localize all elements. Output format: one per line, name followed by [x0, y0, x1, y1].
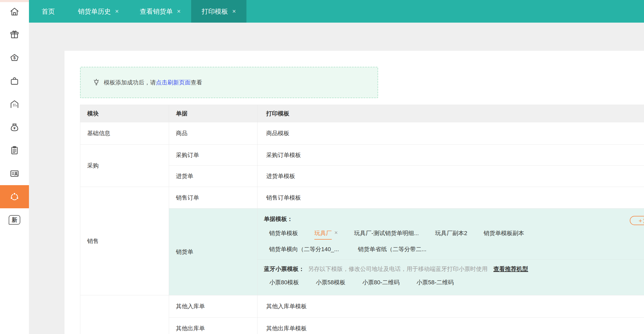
document-templates-label: 单据模板：	[264, 215, 644, 223]
template-link-selected[interactable]: 玩具厂 ×	[314, 229, 338, 240]
tab-label: 首页	[42, 7, 55, 16]
notice-banner: 模板添加成功后，请点击刷新页面查看	[80, 67, 378, 98]
notice-text-after: 查看	[191, 79, 202, 87]
document-cell: 销售订单	[169, 187, 257, 209]
print-template-table: 模块 单据 打印模板 基础信息 商品 商品模板 采购 采购订单 采购订单模板 进…	[80, 105, 644, 334]
bluetooth-ticket-section: 蓝牙小票模板： 另存以下模版，修改公司地址及电话，用于移动端蓝牙打印小票时使用 …	[257, 260, 644, 286]
module-cell: 销售	[80, 187, 169, 295]
template-link[interactable]: 小票80模板	[269, 279, 299, 286]
module-cell: 基础信息	[80, 122, 169, 145]
add-template-button[interactable]: ＋添加	[630, 216, 644, 225]
module-cell	[80, 295, 169, 334]
warehouse-icon	[9, 99, 20, 110]
template-link[interactable]: 小票58模板	[316, 279, 345, 286]
close-icon[interactable]: ×	[177, 8, 181, 14]
notice-text-before: 模板添加成功后，请	[104, 79, 156, 87]
template-link[interactable]: 采购订单模板	[257, 145, 644, 166]
content-panel: 模板添加成功后，请点击刷新页面查看 模块 单据 打印模板 基础信息 商品 商品模…	[65, 51, 644, 334]
template-link[interactable]: 其他出库单模板	[257, 318, 644, 334]
document-cell-sales-order: 销货单	[169, 209, 257, 295]
template-link[interactable]: 其他入库单模板	[257, 295, 644, 318]
recommended-models-link[interactable]: 查看推荐机型	[493, 265, 528, 273]
tab-sales-history[interactable]: 销货单历史 ×	[67, 0, 129, 23]
template-link[interactable]: 玩具厂-测试销货单明细...	[354, 229, 419, 237]
share-icon	[9, 191, 20, 202]
template-link[interactable]: 销货单省纸（二等分带二...	[358, 245, 426, 253]
ticket-template-list: 小票80模板 小票58模板 小票80-二维码 小票58-二维码	[269, 279, 644, 286]
template-link[interactable]: 销售订单模板	[257, 187, 644, 209]
new-badge-icon: 新	[9, 215, 20, 225]
column-header-print-template: 打印模板	[257, 105, 644, 122]
sidebar-item-whats-new[interactable]: 新	[0, 208, 29, 231]
template-link[interactable]: 销货单横向（二等分140_...	[269, 245, 339, 253]
close-icon[interactable]: ×	[232, 8, 236, 14]
template-link[interactable]: 销货单模板副本	[484, 229, 524, 237]
sidebar-item-orders[interactable]	[0, 139, 29, 162]
bag-icon	[9, 75, 20, 87]
tab-print-template[interactable]: 打印模板 ×	[191, 0, 246, 23]
refresh-page-link[interactable]: 点击刷新页面	[156, 79, 191, 87]
sidebar-item-home[interactable]	[0, 0, 29, 23]
template-list-row-2: 销货单横向（二等分140_... 销货单省纸（二等分带二...	[269, 245, 644, 253]
app-window: $	[0, 0, 644, 334]
sidebar-item-warehouse[interactable]	[0, 93, 29, 116]
tab-home[interactable]: 首页	[29, 0, 67, 23]
sidebar-item-sales-store[interactable]: $	[0, 46, 29, 69]
document-cell: 商品	[169, 122, 257, 145]
clipboard-icon	[9, 145, 20, 156]
tab-label: 查看销货单	[140, 7, 173, 16]
close-icon[interactable]: ×	[115, 8, 119, 14]
column-header-document: 单据	[169, 105, 257, 122]
sidebar-item-share[interactable]	[0, 185, 29, 208]
tab-bar: 首页 销货单历史 × 查看销货单 × 打印模板 ×	[29, 0, 644, 23]
close-icon[interactable]: ×	[334, 229, 338, 236]
template-link[interactable]: 进货单模板	[257, 166, 644, 187]
template-list-row-1: 销货单模板 玩具厂 × 玩具厂-测试销货单明细... 玩具厂副本2 销货单模板副…	[269, 229, 644, 240]
bluetooth-templates-hint: 另存以下模版，修改公司地址及电话，用于移动端蓝牙打印小票时使用	[308, 265, 488, 273]
sidebar-item-gift[interactable]	[0, 23, 29, 46]
tab-view-sales-order[interactable]: 查看销货单 ×	[129, 0, 191, 23]
document-cell: 进货单	[169, 166, 257, 187]
money-bag-icon: ¥	[9, 122, 20, 133]
tab-label: 打印模板	[202, 7, 228, 16]
sidebar-item-finance[interactable]: ¥	[0, 116, 29, 139]
svg-text:¥: ¥	[13, 126, 16, 130]
sales-order-template-cell: 单据模板： ＋添加 销货单模板 玩具厂 × 玩具厂-测试销货单明细... 玩具厂…	[257, 209, 644, 295]
lightbulb-icon	[92, 78, 101, 87]
store-dollar-icon: $	[9, 52, 20, 63]
template-link[interactable]: 销货单模板	[269, 229, 298, 237]
svg-text:$: $	[13, 55, 16, 60]
content-background: 模板添加成功后，请点击刷新页面查看 模块 单据 打印模板 基础信息 商品 商品模…	[29, 23, 644, 334]
document-cell: 采购订单	[169, 145, 257, 166]
template-link[interactable]: 小票58-二维码	[417, 279, 454, 286]
column-header-module: 模块	[80, 105, 169, 122]
document-cell: 其他入库单	[169, 295, 257, 318]
gift-icon	[9, 29, 20, 40]
sidebar-item-purchase-bag[interactable]	[0, 69, 29, 93]
contact-card-icon	[9, 168, 20, 179]
document-templates-section: 单据模板： ＋添加 销货单模板 玩具厂 × 玩具厂-测试销货单明细... 玩具厂…	[257, 209, 644, 260]
document-cell: 其他出库单	[169, 318, 257, 334]
module-cell: 采购	[80, 145, 169, 187]
template-link[interactable]: 商品模板	[257, 122, 644, 145]
tab-label: 销货单历史	[78, 7, 111, 16]
home-icon	[9, 6, 20, 17]
sidebar-item-contacts[interactable]	[0, 162, 29, 185]
template-link[interactable]: 玩具厂副本2	[435, 229, 467, 237]
sidebar: $	[0, 0, 29, 334]
bluetooth-templates-label: 蓝牙小票模板：	[264, 265, 304, 273]
template-link[interactable]: 小票80-二维码	[362, 279, 400, 286]
